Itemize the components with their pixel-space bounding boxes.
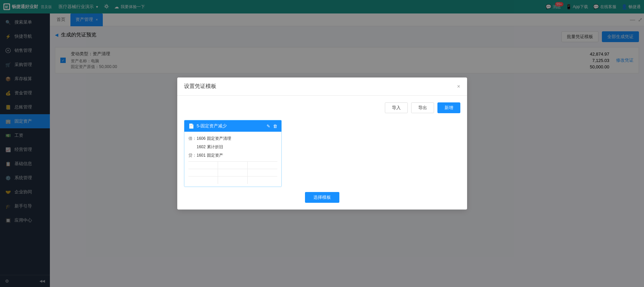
template-edit-icon[interactable]: ✎ xyxy=(267,124,270,129)
template-card-header: 📄 5-固定资产减少 ✎ 🗑 xyxy=(184,120,281,132)
import-btn[interactable]: 导入 xyxy=(385,102,408,113)
modal-body: 导入 导出 新增 📄 5-固定资产减少 ✎ 🗑 借： 1606 xyxy=(177,96,467,210)
template-card-actions: ✎ 🗑 xyxy=(267,124,277,129)
template-doc-icon: 📄 xyxy=(188,123,194,129)
template-delete-icon[interactable]: 🗑 xyxy=(273,124,277,129)
template-card-title: 5-固定资产减少 xyxy=(197,123,264,129)
voucher-template-modal: 设置凭证模板 × 导入 导出 新增 📄 5-固定资产减少 ✎ 🗑 xyxy=(177,77,467,210)
template-card: 📄 5-固定资产减少 ✎ 🗑 借： 1606 固定资产清理 1602 累计折旧 xyxy=(184,120,282,187)
export-btn[interactable]: 导出 xyxy=(411,102,434,113)
modal-title: 设置凭证模板 xyxy=(184,83,216,90)
template-card-body: 借： 1606 固定资产清理 1602 累计折旧 贷： 1601 固定资产 xyxy=(184,132,281,187)
new-template-btn[interactable]: 新增 xyxy=(437,102,460,113)
modal-overlay: 设置凭证模板 × 导入 导出 新增 📄 5-固定资产减少 ✎ 🗑 xyxy=(0,0,644,287)
entry-row-2: 1602 累计折旧 xyxy=(188,143,277,151)
select-template-btn[interactable]: 选择模板 xyxy=(305,192,339,203)
modal-header: 设置凭证模板 × xyxy=(177,77,467,96)
modal-close-btn[interactable]: × xyxy=(457,84,460,90)
select-template-container: 选择模板 xyxy=(184,192,460,203)
modal-toolbar: 导入 导出 新增 xyxy=(184,102,460,113)
entry-row-3: 贷： 1601 固定资产 xyxy=(188,151,277,160)
entry-row-1: 借： 1606 固定资产清理 xyxy=(188,134,277,143)
template-grid xyxy=(188,161,277,184)
